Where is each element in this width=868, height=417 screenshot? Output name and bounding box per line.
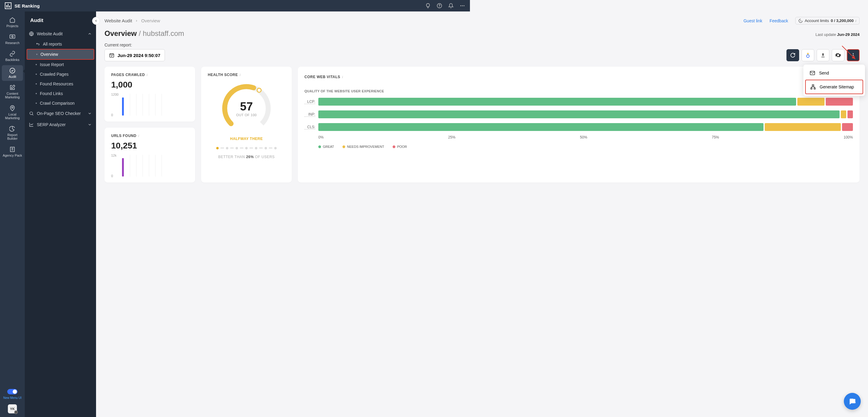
current-report-label: Current report: — [104, 42, 165, 47]
breadcrumb-current: Overview — [141, 18, 160, 23]
svg-point-8 — [12, 107, 13, 108]
health-dots — [216, 147, 277, 149]
chevron-down-icon — [88, 111, 92, 115]
cwv-row-inp: INP: — [304, 110, 470, 118]
chevron-down-icon — [88, 123, 92, 127]
rail-report-builder[interactable]: Report Builder — [2, 124, 23, 143]
bullet-icon — [36, 54, 37, 55]
cwv-legend: GREAT NEEDS IMPROVEMENT POOR — [318, 145, 470, 148]
magnifier-icon — [29, 111, 34, 116]
pages-crawled-chart: 1200 0 — [111, 94, 188, 115]
cwv-subtitle: QUALITY OF THE WEBSITE USER EXPERIENCE — [304, 89, 470, 93]
breadcrumb: Website Audit Overview — [104, 18, 160, 23]
sidebar-item-overview[interactable]: Overview — [27, 49, 94, 60]
globe-icon — [29, 31, 34, 36]
main-content: Website Audit Overview Guest link Feedba… — [96, 11, 470, 228]
svg-rect-5 — [10, 35, 15, 38]
pages-crawled-value: 1,000 — [111, 80, 188, 90]
chevron-up-icon — [88, 32, 92, 36]
calendar-icon — [109, 53, 115, 58]
cwv-axis: 0%25%50%75%100% — [318, 135, 470, 139]
card-health-score: HEALTH SCOREi 57 OUT OF 100 HALFWAY THER… — [201, 67, 292, 182]
lightbulb-icon[interactable] — [425, 3, 431, 8]
sidebar-item-found-links[interactable]: Found Links — [27, 89, 94, 98]
health-score: 57 — [236, 100, 257, 113]
svg-point-25 — [257, 88, 261, 92]
sidebar-title: Audit — [25, 16, 96, 28]
sidebar-item-found-resources[interactable]: Found Resources — [27, 79, 94, 89]
info-icon[interactable]: i — [342, 75, 343, 79]
header-row: Website Audit Overview Guest link Feedba… — [96, 11, 470, 26]
svg-point-1 — [439, 7, 440, 7]
report-date-select[interactable]: Jun-29 2024 9:50:07 — [104, 49, 165, 61]
rail-research[interactable]: Research — [2, 31, 23, 47]
sidebar-group-onpage-seo[interactable]: On-Page SEO Checker — [25, 108, 96, 119]
svg-point-3 — [462, 5, 463, 6]
cwv-row-lcp: LCP: — [304, 98, 470, 106]
svg-point-4 — [464, 5, 465, 6]
report-row: Current report: Jun-29 2024 9:50:07 — [96, 41, 470, 67]
card-urls-found: URLS FOUNDi 10,251 12k 0 — [104, 128, 195, 182]
sidebar: Audit Website Audit All reports Overview… — [25, 11, 96, 228]
bell-icon[interactable] — [448, 3, 454, 8]
sidebar-group-website-audit[interactable]: Website Audit — [25, 28, 96, 39]
svg-point-7 — [10, 68, 15, 73]
sidebar-collapse-button[interactable] — [92, 17, 100, 25]
health-sub: OUT OF 100 — [236, 113, 257, 117]
sidebar-group-serp-analyzer[interactable]: SERP Analyzer — [25, 119, 96, 130]
cards-grid: PAGES CRAWLEDi 1,000 1200 0 URLS FOUNDi … — [96, 67, 470, 188]
more-icon[interactable] — [460, 3, 465, 8]
topbar: SE Ranking — [0, 0, 470, 11]
help-icon[interactable] — [437, 3, 442, 8]
rail-content-marketing[interactable]: Content Marketing — [2, 82, 23, 101]
rail-agency-pack[interactable]: Agency Pack — [2, 144, 23, 160]
rail-audit[interactable]: Audit — [2, 65, 23, 81]
health-better-than: BETTER THAN 26% OF USERS — [218, 155, 275, 159]
brand-name: SE Ranking — [14, 3, 39, 8]
title-row: Overview / hubstaff.com Last update Jun-… — [96, 26, 470, 41]
chevron-right-icon — [135, 19, 138, 22]
return-icon — [36, 42, 40, 46]
sidebar-item-all-reports[interactable]: All reports — [27, 39, 94, 49]
urls-found-chart: 12k 0 — [111, 155, 188, 176]
card-core-web-vitals: CORE WEB VITALSi Great QUALITY OF THE WE… — [298, 67, 470, 182]
urls-found-value: 10,251 — [111, 141, 188, 150]
rail-backlinks[interactable]: Backlinks — [2, 48, 23, 64]
chart-icon — [29, 122, 34, 127]
card-pages-crawled: PAGES CRAWLEDi 1,000 1200 0 — [104, 67, 195, 121]
info-icon[interactable]: i — [147, 73, 148, 77]
sidebar-item-crawled-pages[interactable]: Crawled Pages — [27, 69, 94, 79]
health-gauge: 57 OUT OF 100 — [219, 81, 274, 136]
page-title: Overview / hubstaff.com — [104, 29, 184, 38]
logo-icon — [5, 2, 11, 9]
brand-logo[interactable]: SE Ranking — [5, 2, 39, 9]
sidebar-item-crawl-comparison[interactable]: Crawl Comparison — [27, 98, 94, 108]
topbar-actions — [425, 3, 465, 8]
left-rail: Projects Research Backlinks Audit Conten… — [0, 11, 25, 228]
info-icon[interactable]: i — [138, 134, 139, 138]
health-halfway: HALFWAY THERE — [230, 137, 263, 141]
svg-point-2 — [460, 5, 461, 6]
svg-rect-12 — [110, 54, 114, 57]
sidebar-item-issue-report[interactable]: Issue Report — [27, 60, 94, 69]
breadcrumb-root[interactable]: Website Audit — [104, 18, 132, 23]
rail-projects[interactable]: Projects — [2, 14, 23, 30]
cwv-row-cls: CLS: — [304, 123, 470, 131]
svg-point-11 — [30, 112, 33, 115]
info-icon[interactable]: i — [240, 73, 241, 77]
rail-local-marketing[interactable]: Local Marketing — [2, 103, 23, 122]
